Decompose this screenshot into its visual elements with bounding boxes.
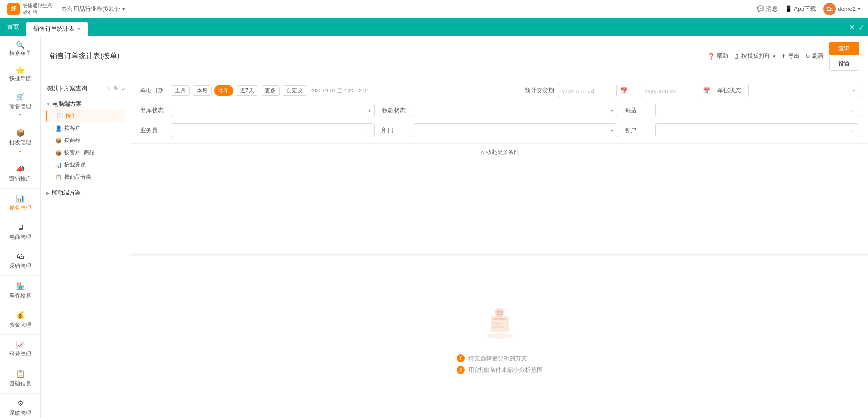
sidebar-item-operations[interactable]: 📈 经营管理	[0, 335, 40, 364]
chevron-down-icon: ▾	[611, 108, 613, 113]
sidebar-item-purchase[interactable]: 🛍 采购管理	[0, 247, 40, 276]
filter-row-1: 单据日期 上月 本月 本年 近7天 更多 自定义 2023-01-01 至 20…	[140, 84, 859, 97]
scheme-item-by-order[interactable]: 📄 按单	[46, 110, 125, 122]
chevron-down-icon: ▾	[773, 53, 776, 60]
salesperson-select[interactable]: ···	[171, 124, 375, 137]
hint-num-2: ②	[457, 366, 465, 374]
scheme-item-by-product-category[interactable]: 📋 按商品分类	[46, 171, 125, 183]
date-btn-custom[interactable]: 自定义	[283, 86, 307, 96]
query-button[interactable]: 查询	[829, 42, 859, 55]
product-icon: 📦	[55, 138, 61, 144]
salesperson-filter: 业务员 ···	[140, 124, 375, 137]
sidebar-item-marketing[interactable]: 📣 营销推广	[0, 159, 40, 189]
scheme-category-mobile: ▶ 移动端方案	[41, 185, 131, 200]
order-status-filter: 单据状态 ▾	[717, 84, 859, 97]
department-label: 部门	[382, 126, 409, 134]
scheme-category-desktop: ▼ 电脑端方案 📄 按单 👤 按客户 📦	[41, 96, 131, 185]
date-range-display: 2023-01-01 至 2023-12-31	[311, 87, 369, 94]
scheme-item-by-customer-product[interactable]: 📦 按客户+商品	[46, 147, 125, 159]
scheme-category-desktop-header[interactable]: ▼ 电脑端方案	[46, 98, 125, 110]
sidebar-item-finance[interactable]: 💰 资金管理	[0, 305, 40, 335]
svg-point-7	[500, 311, 502, 313]
scheme-item-by-product[interactable]: 📦 按商品	[46, 134, 125, 147]
export-btn[interactable]: ⬆ 导出	[781, 52, 800, 60]
customer-filter: 客户 ···	[624, 124, 859, 137]
refresh-btn[interactable]: ↻ 刷新	[805, 52, 824, 60]
date-btn-last-month[interactable]: 上月	[171, 86, 190, 96]
date-btn-last-7days[interactable]: 近7天	[236, 86, 258, 96]
export-icon: ⬆	[781, 53, 786, 60]
ecommerce-icon: 🖥	[17, 223, 24, 232]
scheme-item-by-salesperson[interactable]: 📊 按业务员	[46, 159, 125, 171]
sidebar-item-inventory[interactable]: 🏪 库存核算	[0, 276, 40, 305]
user-menu[interactable]: Ea demo2 ▾	[823, 3, 861, 15]
chevron-down-icon: ▾	[611, 128, 613, 133]
tab-sales-order[interactable]: 销售订单统计表 ×	[26, 22, 88, 36]
order-icon: 📄	[57, 113, 63, 119]
marketing-icon: 📣	[16, 165, 25, 173]
order-status-select[interactable]: ▾	[748, 84, 859, 97]
minimize-icon[interactable]: ✕	[849, 23, 855, 32]
payment-status-select[interactable]: ▾	[413, 104, 617, 117]
scheme-item-by-customer[interactable]: 👤 按客户	[46, 122, 125, 134]
download-icon: 📱	[785, 5, 792, 12]
print-btn[interactable]: 🖨 按模板打印 ▾	[734, 52, 776, 60]
print-icon: 🖨	[734, 53, 740, 60]
page-title: 销售订单统计表(按单)	[50, 52, 120, 61]
date-btn-more[interactable]: 更多	[261, 86, 280, 96]
customer-select[interactable]: ···	[655, 124, 859, 137]
collapse-scheme-icon[interactable]: «	[122, 85, 125, 92]
wholesale-icon: 📦	[16, 128, 25, 137]
sidebar-item-basic[interactable]: 📋 基础信息	[0, 364, 40, 394]
purchase-icon: 🛍	[17, 252, 24, 261]
refresh-icon: ↻	[805, 53, 810, 60]
department-select[interactable]: ▾	[413, 124, 617, 137]
chevron-down-icon: ▾	[122, 5, 125, 12]
product-select[interactable]: ···	[655, 104, 859, 117]
date-btn-this-year[interactable]: 本年	[214, 86, 233, 96]
hint-num-1: ①	[457, 354, 465, 362]
help-btn[interactable]: ❓ 帮助	[708, 52, 728, 60]
chevron-down-icon: ▾	[368, 108, 371, 113]
filter-row-2: 出库状态 ▾ 收款状态 ▾	[140, 104, 859, 117]
product-filter: 商品 ···	[624, 104, 859, 117]
salesperson-icon: 📊	[55, 162, 61, 168]
chevron-down-icon: ▼	[46, 102, 51, 107]
content-area: 销售订单统计表(按单) ❓ 帮助 🖨 按模板打印 ▾ ⬆ 导出 ↻ 刷新	[41, 36, 868, 418]
date-label: 单据日期	[140, 86, 167, 95]
chevron-down-icon: ▾	[858, 5, 861, 12]
calendar-icon[interactable]: 📅	[620, 87, 627, 94]
out-status-select[interactable]: ▾	[171, 104, 375, 117]
expected-date-end-input[interactable]	[641, 84, 699, 97]
chevron-up-icon: ▴	[19, 148, 21, 153]
sidebar-item-wholesale[interactable]: 📦 批发管理 ▴	[0, 123, 40, 159]
search-menu-btn[interactable]: 🔍 搜索菜单	[0, 36, 40, 62]
app-selector[interactable]: 办公用品行业模拟账套 ▾	[61, 5, 125, 13]
sidebar-item-retail[interactable]: 🛒 零售管理 ▾	[0, 87, 40, 123]
empty-state: ① 请先选择要分析的方案 ② 用[过滤]条件来缩小分析范围	[131, 256, 868, 418]
setting-button[interactable]: 设置	[829, 57, 859, 71]
sales-icon: 📊	[16, 194, 25, 203]
app-download-btn[interactable]: 📱 App下载	[785, 5, 816, 13]
tabbar: 首页 销售订单统计表 × ✕ ⤢	[0, 18, 868, 36]
collapse-btn[interactable]: ∧ 收起更多条件	[131, 143, 868, 161]
expected-date-label: 预计交货期	[525, 86, 554, 95]
more-icon-3: ···	[850, 127, 855, 134]
tab-home[interactable]: 首页	[0, 18, 26, 36]
edit-scheme-icon[interactable]: ✎	[113, 85, 119, 92]
tab-close-icon[interactable]: ×	[77, 26, 80, 32]
sidebar-item-sales[interactable]: 📊 销售管理	[0, 189, 40, 218]
maximize-icon[interactable]: ⤢	[859, 23, 864, 32]
sidebar-item-ecommerce[interactable]: 🖥 电商管理	[0, 218, 40, 247]
order-status-label: 单据状态	[717, 86, 745, 95]
add-scheme-icon[interactable]: +	[107, 85, 111, 92]
calendar-icon-2[interactable]: 📅	[703, 87, 710, 94]
date-btn-this-month[interactable]: 本月	[193, 86, 212, 96]
query-setting-group: 查询 设置	[829, 42, 859, 71]
expected-date-start-input[interactable]	[558, 84, 617, 97]
scheme-category-mobile-header[interactable]: ▶ 移动端方案	[46, 187, 125, 199]
date-filter: 单据日期 上月 本月 本年 近7天 更多 自定义 2023-01-01 至 20…	[140, 86, 369, 96]
message-btn[interactable]: 💬 消息	[757, 5, 778, 13]
quick-nav-btn[interactable]: ⭐ 快捷导航	[0, 62, 40, 87]
sidebar-item-system[interactable]: ⚙ 系统管理	[0, 394, 40, 418]
